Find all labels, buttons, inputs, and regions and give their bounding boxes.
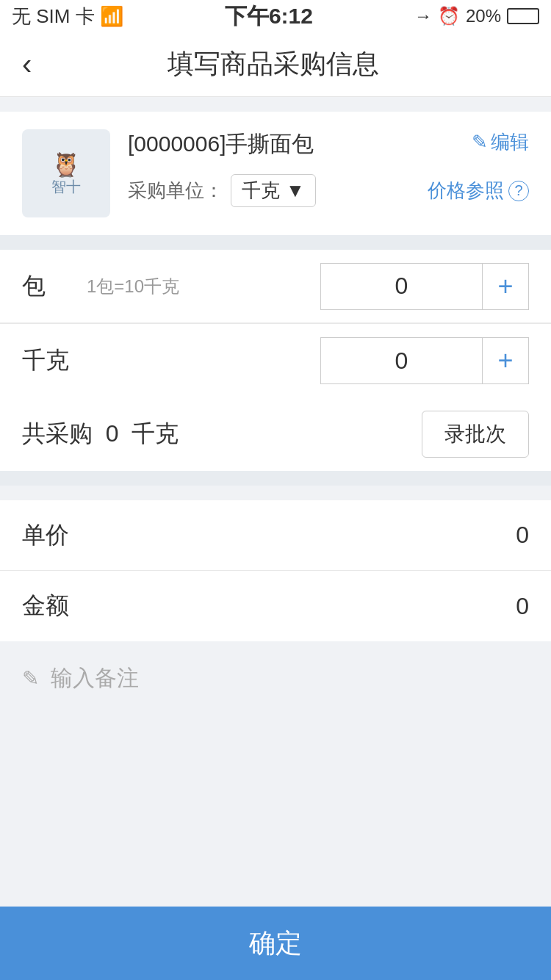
back-button[interactable]: ‹ <box>22 48 46 81</box>
summary-text: 共采购 0 千克 <box>22 418 179 450</box>
product-image: 🦉 智十 <box>22 129 110 217</box>
pencil-icon: ✎ <box>22 666 39 691</box>
alarm-icon: ⏰ <box>438 6 460 26</box>
info-circle-icon: ? <box>508 181 529 201</box>
amount-label: 金额 <box>22 590 69 622</box>
edit-button[interactable]: ✎ 编辑 <box>472 129 529 155</box>
status-left: 无 SIM 卡 📶 <box>12 4 123 29</box>
battery-percent: 20% <box>466 6 501 26</box>
price-info-section: 单价 0 金额 0 <box>0 500 551 641</box>
amount-value: 0 <box>516 593 529 620</box>
amount-row: 金额 0 <box>0 571 551 641</box>
bag-label: 包 <box>22 270 81 303</box>
price-ref-button[interactable]: 价格参照 ? <box>428 178 529 203</box>
product-info: [0000006]手撕面包 ✎ 编辑 采购单位： 千克 ▼ 价格参照 ? <box>128 129 529 207</box>
location-icon: → <box>414 6 432 26</box>
section-divider-2 <box>0 471 551 486</box>
nav-bar: ‹ 填写商品采购信息 <box>0 32 551 97</box>
bag-quantity-input[interactable] <box>320 263 482 310</box>
bag-sublabel: 1包=10千克 <box>87 275 179 298</box>
kg-label: 千克 <box>22 345 81 377</box>
confirm-button[interactable]: 确定 <box>0 907 551 980</box>
unit-price-row: 单价 0 <box>0 500 551 571</box>
remark-placeholder: 输入备注 <box>51 663 139 693</box>
unit-label: 采购单位： <box>128 178 223 203</box>
summary-row: 共采购 0 千克 录批次 <box>0 397 551 471</box>
status-right: → ⏰ 20% <box>414 6 539 26</box>
bag-plus-button[interactable]: + <box>482 263 529 310</box>
product-logo: 🦉 智十 <box>51 153 81 194</box>
kg-input-row: 千克 + <box>0 324 551 397</box>
product-card: 🦉 智十 [0000006]手撕面包 ✎ 编辑 采购单位： 千克 ▼ <box>0 112 551 235</box>
input-section: 包 1包=10千克 + 千克 + <box>0 250 551 397</box>
bag-input-row: 包 1包=10千克 + <box>0 250 551 323</box>
battery-icon <box>507 8 539 24</box>
status-time: 下午6:12 <box>225 1 313 32</box>
kg-plus-button[interactable]: + <box>482 337 529 384</box>
unit-price-label: 单价 <box>22 519 69 552</box>
dropdown-arrow-icon: ▼ <box>286 179 305 202</box>
kg-quantity-input[interactable] <box>320 337 482 384</box>
product-name: [0000006]手撕面包 <box>128 129 472 159</box>
unit-price-value: 0 <box>516 522 529 549</box>
batch-button[interactable]: 录批次 <box>422 411 529 458</box>
status-bar: 无 SIM 卡 📶 下午6:12 → ⏰ 20% <box>0 0 551 32</box>
remark-section[interactable]: ✎ 输入备注 <box>0 641 551 759</box>
page-title: 填写商品采购信息 <box>46 46 500 82</box>
edit-icon: ✎ <box>472 131 488 154</box>
section-divider-1 <box>0 235 551 250</box>
unit-select[interactable]: 千克 ▼ <box>231 174 316 207</box>
